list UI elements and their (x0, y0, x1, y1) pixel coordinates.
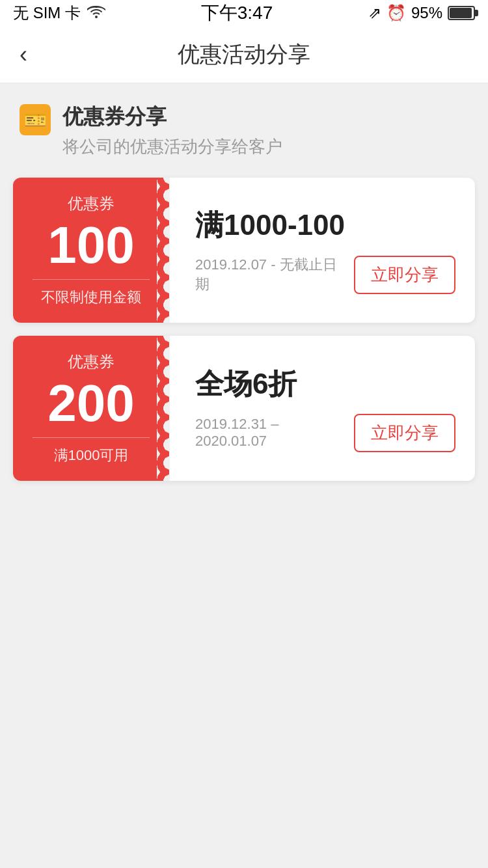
section-subtitle: 将公司的优惠活动分享给客户 (62, 135, 282, 158)
coupon-card-1: 优惠券 100 不限制使用金额 满1000-100 2019.12.07 - 无… (13, 178, 475, 323)
coupon-left-1: 优惠券 100 不限制使用金额 (13, 178, 169, 323)
coupon-left-2: 优惠券 200 满1000可用 (13, 336, 169, 481)
location-icon: ⇗ (368, 4, 381, 22)
status-bar: 无 SIM 卡 下午3:47 ⇗ ⏰ 95% (0, 0, 488, 26)
coupon-name-1: 满1000-100 (195, 206, 455, 245)
coupon-label-1: 优惠券 (68, 193, 115, 214)
coupon-condition-1: 不限制使用金额 (41, 288, 141, 307)
coupon-footer-2: 2019.12.31 – 2020.01.07 立即分享 (195, 414, 455, 452)
coupon-right-2: 全场6折 2019.12.31 – 2020.01.07 立即分享 (169, 336, 475, 481)
coupon-amount-1: 100 (47, 219, 134, 271)
coupon-footer-1: 2019.12.07 - 无截止日期 立即分享 (195, 255, 455, 294)
coupon-list: 优惠券 100 不限制使用金额 满1000-100 2019.12.07 - 无… (0, 171, 488, 494)
share-button-2[interactable]: 立即分享 (354, 414, 455, 452)
back-button[interactable]: ‹ (20, 41, 27, 68)
section-title: 优惠券分享 (62, 103, 282, 131)
status-right: ⇗ ⏰ 95% (368, 4, 475, 22)
battery-percent: 95% (411, 4, 442, 22)
coupon-divider-1 (33, 279, 150, 280)
battery-icon (448, 6, 475, 20)
status-time: 下午3:47 (201, 1, 273, 25)
nav-bar: ‹ 优惠活动分享 (0, 26, 488, 83)
coupon-condition-2: 满1000可用 (54, 446, 129, 465)
section-header: 🎫 优惠券分享 将公司的优惠活动分享给客户 (0, 83, 488, 171)
coupon-amount-2: 200 (47, 377, 134, 429)
carrier-text: 无 SIM 卡 (13, 3, 81, 23)
section-text: 优惠券分享 将公司的优惠活动分享给客户 (62, 103, 282, 158)
coupon-date-2: 2019.12.31 – 2020.01.07 (195, 416, 346, 450)
battery-fill (450, 8, 472, 18)
page-title: 优惠活动分享 (178, 40, 310, 70)
bottom-space (0, 494, 488, 868)
section-icon: 🎫 (20, 104, 51, 135)
share-button-1[interactable]: 立即分享 (354, 256, 455, 294)
coupon-date-1: 2019.12.07 - 无截止日期 (195, 255, 346, 294)
wifi-icon (87, 4, 105, 22)
coupon-divider-2 (33, 437, 150, 438)
alarm-icon: ⏰ (386, 4, 406, 22)
coupon-right-1: 满1000-100 2019.12.07 - 无截止日期 立即分享 (169, 178, 475, 323)
coupon-card-2: 优惠券 200 满1000可用 全场6折 2019.12.31 – 2020.0… (13, 336, 475, 481)
status-left: 无 SIM 卡 (13, 3, 105, 23)
coupon-label-2: 优惠券 (68, 351, 115, 372)
coupon-name-2: 全场6折 (195, 365, 455, 403)
